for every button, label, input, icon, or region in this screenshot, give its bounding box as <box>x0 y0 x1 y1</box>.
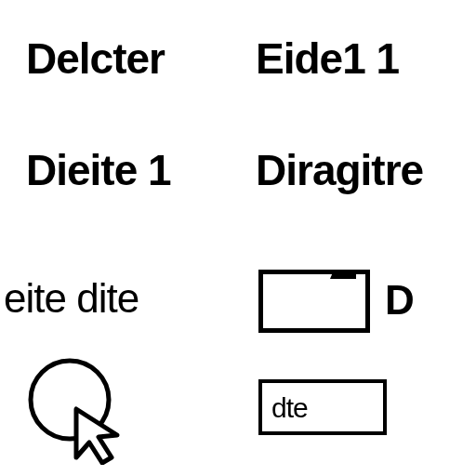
cursor-circle-icon <box>19 344 139 465</box>
folder-icon <box>258 270 370 333</box>
dte-field-text: dte <box>271 392 308 424</box>
folder-tab-icon <box>330 270 356 279</box>
label-eite-dite: eite dite <box>4 275 139 322</box>
label-delcter: Delcter <box>26 33 165 84</box>
label-diragitre: Diragitre <box>256 145 423 195</box>
label-d: D <box>385 277 415 324</box>
label-eide1: Eide1 1 <box>256 33 399 84</box>
dte-field[interactable]: dte <box>258 379 387 435</box>
label-dieite1: Dieite 1 <box>26 145 171 195</box>
